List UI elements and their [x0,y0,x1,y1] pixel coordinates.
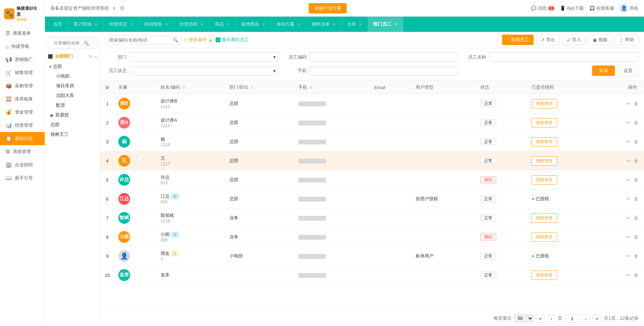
export-button[interactable]: ↗ 导出 [536,35,560,45]
delete-button[interactable]: 🗑 [634,158,638,164]
edit-button[interactable]: ✏ [627,272,631,278]
delete-button[interactable]: 🗑 [634,196,638,202]
delete-button[interactable]: 🗑 [634,120,638,125]
tab-employee-close[interactable]: ✕ [394,22,397,27]
sidebar-item-basic[interactable]: 📋 基础信息 [0,132,45,145]
sidebar-item-purchase[interactable]: 📦 采购管理 [0,79,45,92]
dept-node-shuanglu[interactable]: ▶ 双鹿想 [45,110,100,120]
col-settings[interactable]: ⚙ [100,81,114,94]
next-page-button[interactable]: › [582,315,589,323]
delete-button[interactable]: 🗑 [634,177,638,183]
sidebar-item-finance[interactable]: 💰 资金管理 [0,106,45,119]
online-service-button[interactable]: 🎧 在线客服 [589,5,614,11]
delete-button[interactable]: 🗑 [634,101,638,106]
sidebar-item-inventory[interactable]: 🧮 库存核算 [0,92,45,106]
phone-filter-input[interactable] [309,66,459,76]
dept-refresh-icon[interactable]: ↻ [89,54,93,59]
system-dropdown-icon[interactable]: ▾ [113,6,116,11]
dept-search-icon[interactable]: 🔍 [83,41,89,46]
all-dept-label[interactable]: 全部部门 [55,53,73,60]
add-employee-button[interactable]: + 新增员工 [502,35,534,45]
search-button[interactable]: 查询 [592,65,615,76]
edit-button[interactable]: ✏ [627,234,631,240]
sidebar-item-shortcut[interactable]: ⌂ 快捷导航 [0,40,45,53]
edit-button[interactable]: ✏ [627,101,631,106]
edit-button[interactable]: ✏ [627,196,631,202]
tab-customer-close[interactable]: ✕ [94,22,98,27]
tab-goods-close[interactable]: ✕ [227,22,230,27]
sidebar-item-marketing[interactable]: 📢 营销推广 [0,53,45,66]
tab-add-goods[interactable]: 新增商品 ✕ [236,17,271,32]
prev-page-button[interactable]: ‹ [547,315,555,323]
first-page-button[interactable]: « [536,315,545,323]
col-phone[interactable]: 手机 ⇅ [294,81,370,94]
edit-button[interactable]: ✏ [627,215,631,221]
edit-button[interactable]: ✏ [627,177,631,183]
delete-button[interactable]: 🗑 [634,234,638,240]
edit-button[interactable]: ✏ [627,158,631,164]
tab-customer[interactable]: 客户联络 ✕ [68,17,103,32]
dept-node-zongbu[interactable]: ▾ 总部 [45,62,100,71]
tab-operation-status[interactable]: 经营情况 ✕ [103,17,139,32]
dept-node-zhishu[interactable]: 植树王三 [45,130,100,139]
auth-button[interactable]: 授权登录 [532,156,557,166]
dept-node-zongbu2[interactable]: 总部 [45,120,100,130]
tab-add-goods-close[interactable]: ✕ [262,22,265,27]
edit-button[interactable]: ✏ [627,253,631,259]
delete-button[interactable]: 🗑 [634,253,638,259]
edit-button[interactable]: ✏ [627,120,631,125]
tab-warehouse[interactable]: 仓库 ✕ [342,17,368,32]
user-menu[interactable]: 👤 用友 [620,4,638,12]
current-page-input[interactable] [565,315,579,323]
auth-button[interactable]: 授权登录 [532,175,557,185]
tab-bom-close[interactable]: ✕ [333,22,336,27]
sidebar-item-search[interactable]: ☰ 搜索菜单 [0,27,45,40]
tab-profit-close[interactable]: ✕ [165,22,168,27]
page-size-select[interactable]: 50 20 100 [514,314,533,323]
auth-button[interactable]: 授权登录 [532,232,557,242]
sidebar-item-sales[interactable]: 🛒 销售管理 [0,66,45,79]
tab-goods[interactable]: 商品 ✕ [209,17,236,32]
auth-button[interactable]: 授权登录 [532,118,557,127]
status-filter-select[interactable]: ▾ [129,66,279,76]
col-name[interactable]: 姓名/编码 ⇅ [156,81,225,94]
last-page-button[interactable]: » [592,315,601,323]
sidebar-item-operation[interactable]: 📊 经营管理 [0,119,45,132]
auth-button[interactable]: 授权登录 [532,271,557,280]
empcode-filter-input[interactable] [309,52,459,62]
dept-node-peihuo[interactable]: 配货 [45,100,100,110]
empname-filter-input[interactable] [489,52,638,62]
view-button[interactable]: ▣ 视频 [588,35,612,45]
sidebar-item-guide[interactable]: 📖 新手引导 [0,171,45,185]
auth-button[interactable]: 授权登录 [532,137,557,147]
dept-search-input[interactable] [51,39,82,47]
tab-bom[interactable]: 物料清单 ✕ [306,17,342,32]
auth-button[interactable]: 授权登录 [532,213,557,223]
search-box[interactable]: 🔍 [106,36,181,44]
more-filters-button[interactable]: ▽ 更多条件 ▲ [184,37,213,43]
tab-employee[interactable]: 部门员工 ✕ [368,17,403,32]
import-button[interactable]: ↙ 导入 [562,35,586,45]
dept-collapse-icon[interactable]: « [95,54,97,59]
tab-history[interactable]: 经营历程 ✕ [174,17,209,32]
settings-gear-icon[interactable]: ⚙ [120,5,125,11]
help-button[interactable]: ｜ 帮助 [615,35,638,45]
sidebar-item-system[interactable]: ⚙ 系统管理 [0,145,45,158]
delete-button[interactable]: 🗑 [634,272,638,278]
sidebar-item-corp[interactable]: 🏢 企业协同 [0,158,45,171]
tab-barcode-close[interactable]: ✕ [297,22,300,27]
dept-node-xiaodibu[interactable]: 小电部 [45,71,100,81]
auth-button[interactable]: 授权登录 [532,99,557,108]
dept-node-xianmu[interactable]: 项目库房 [45,81,100,91]
edit-button[interactable]: ✏ [627,139,631,144]
tab-operation-status-close[interactable]: ✕ [130,22,133,27]
message-button[interactable]: 💬 消息 5 [531,5,554,11]
app-download-button[interactable]: 📱 App下载 [560,5,584,11]
dept-filter-select[interactable]: ▾ [129,52,279,62]
tab-warehouse-close[interactable]: ✕ [359,22,362,27]
col-dept[interactable]: 部门/职位 ⇅ [225,81,294,94]
dept-node-shenyang[interactable]: 沈阳大库 [45,91,100,100]
search-input[interactable] [109,37,171,43]
tab-home[interactable]: 首页 [48,17,68,32]
search-icon[interactable]: 🔍 [173,37,178,43]
